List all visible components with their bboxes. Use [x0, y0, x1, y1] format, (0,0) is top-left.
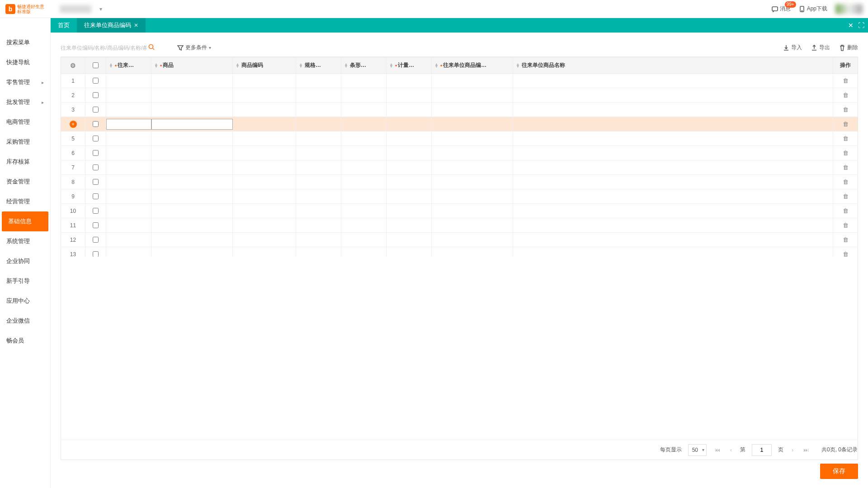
cell-c5[interactable]: [341, 88, 387, 102]
delete-row-icon[interactable]: 🗑: [843, 236, 849, 243]
cell-c8[interactable]: [513, 88, 833, 102]
row-checkbox[interactable]: [93, 92, 99, 98]
delete-button[interactable]: 删除: [839, 44, 858, 52]
cell-c6[interactable]: [387, 175, 432, 189]
cell-c3[interactable]: [233, 204, 296, 218]
sidebar-item[interactable]: 电商管理: [0, 112, 50, 132]
cell-c2[interactable]: [151, 103, 233, 117]
delete-row-icon[interactable]: 🗑: [843, 207, 849, 214]
cell-c1[interactable]: [106, 189, 151, 203]
cell-c8[interactable]: [513, 233, 833, 247]
add-row-icon[interactable]: +: [70, 121, 77, 128]
page-next-icon[interactable]: ›: [790, 447, 795, 453]
sidebar-item[interactable]: 新手引导: [0, 271, 50, 291]
cell-c1[interactable]: [106, 88, 151, 102]
table-row[interactable]: +🗑: [61, 117, 858, 131]
cell-c2[interactable]: [151, 218, 233, 232]
cell-c7[interactable]: [432, 175, 513, 189]
cell-c5[interactable]: [341, 74, 387, 88]
col-settings[interactable]: ⚙: [61, 57, 85, 73]
cell-c2[interactable]: [151, 131, 233, 145]
table-row[interactable]: 5🗑: [61, 131, 858, 146]
row-checkbox[interactable]: [93, 179, 99, 185]
cell-c7[interactable]: [432, 218, 513, 232]
col-product[interactable]: ▲▼•商品: [151, 57, 233, 73]
cell-c3[interactable]: [233, 88, 296, 102]
app-download-button[interactable]: App下载: [799, 5, 827, 13]
cell-c6[interactable]: [387, 146, 432, 160]
close-icon[interactable]: ✕: [134, 22, 138, 28]
cell-c4[interactable]: [296, 74, 341, 88]
cell-c5[interactable]: [341, 247, 387, 257]
cell-c1[interactable]: [106, 146, 151, 160]
more-filters-button[interactable]: 更多条件 ▾: [177, 44, 211, 52]
delete-row-icon[interactable]: 🗑: [843, 77, 849, 84]
cell-c1[interactable]: [106, 131, 151, 145]
row-checkbox[interactable]: [93, 136, 99, 141]
row-checkbox[interactable]: [93, 208, 99, 214]
tab-home[interactable]: 首页: [51, 18, 77, 33]
row-checkbox[interactable]: [93, 237, 99, 243]
sidebar-item[interactable]: 系统管理: [0, 231, 50, 251]
cell-c3[interactable]: [233, 218, 296, 232]
sidebar-item[interactable]: 搜索菜单: [0, 33, 50, 52]
col-spec[interactable]: ▲▼规格…: [296, 57, 341, 73]
col-partner-name[interactable]: ▲▼往来单位商品名称: [513, 57, 833, 73]
cell-c5[interactable]: [341, 233, 387, 247]
import-button[interactable]: 导入: [783, 44, 802, 52]
delete-row-icon[interactable]: 🗑: [843, 222, 849, 229]
sidebar-item[interactable]: 经营管理: [0, 192, 50, 211]
search-icon[interactable]: [148, 44, 155, 52]
user-avatar-blurred[interactable]: [835, 4, 863, 14]
cell-c5[interactable]: [341, 146, 387, 160]
table-row[interactable]: 7🗑: [61, 160, 858, 175]
table-row[interactable]: 9🗑: [61, 189, 858, 204]
cell-c5[interactable]: [341, 175, 387, 189]
sidebar-item[interactable]: 基础信息: [2, 211, 48, 231]
cell-c8[interactable]: [513, 247, 833, 257]
cell-c4[interactable]: [296, 189, 341, 203]
sidebar-item[interactable]: 库存核算: [0, 152, 50, 172]
cell-c3[interactable]: [233, 103, 296, 117]
row-checkbox[interactable]: [93, 193, 99, 199]
table-row[interactable]: 8🗑: [61, 175, 858, 189]
cell-c4[interactable]: [296, 160, 341, 174]
table-row[interactable]: 6🗑: [61, 146, 858, 160]
cell-c5[interactable]: [341, 189, 387, 203]
cell-c1[interactable]: [106, 119, 151, 130]
cell-c8[interactable]: [513, 204, 833, 218]
cell-c5[interactable]: [341, 160, 387, 174]
row-checkbox[interactable]: [93, 222, 99, 228]
cell-c8[interactable]: [513, 74, 833, 88]
per-page-select[interactable]: 50: [688, 444, 707, 456]
table-row[interactable]: 12🗑: [61, 233, 858, 247]
cell-c4[interactable]: [296, 117, 341, 131]
cell-c5[interactable]: [341, 103, 387, 117]
delete-row-icon[interactable]: 🗑: [843, 164, 849, 171]
table-row[interactable]: 13🗑: [61, 247, 858, 257]
cell-c3[interactable]: [233, 175, 296, 189]
sidebar-item[interactable]: 企业协同: [0, 251, 50, 271]
search-input[interactable]: [61, 45, 146, 51]
cell-c7[interactable]: [432, 204, 513, 218]
cell-c3[interactable]: [233, 117, 296, 131]
cell-c7[interactable]: [432, 146, 513, 160]
cell-c2[interactable]: [151, 175, 233, 189]
cell-c7[interactable]: [432, 117, 513, 131]
cell-c5[interactable]: [341, 218, 387, 232]
delete-row-icon[interactable]: 🗑: [843, 106, 849, 113]
cell-c6[interactable]: [387, 131, 432, 145]
delete-row-icon[interactable]: 🗑: [843, 251, 849, 257]
cell-c7[interactable]: [432, 189, 513, 203]
sidebar-item[interactable]: 资金管理: [0, 172, 50, 192]
cell-c6[interactable]: [387, 233, 432, 247]
cell-c1[interactable]: [106, 160, 151, 174]
cell-c7[interactable]: [432, 74, 513, 88]
cell-c7[interactable]: [432, 88, 513, 102]
page-prev-icon[interactable]: ‹: [728, 447, 734, 453]
cell-c3[interactable]: [233, 160, 296, 174]
cell-c8[interactable]: [513, 103, 833, 117]
messages-button[interactable]: 消息 99+: [772, 5, 791, 13]
cell-c6[interactable]: [387, 189, 432, 203]
row-checkbox[interactable]: [93, 251, 99, 257]
